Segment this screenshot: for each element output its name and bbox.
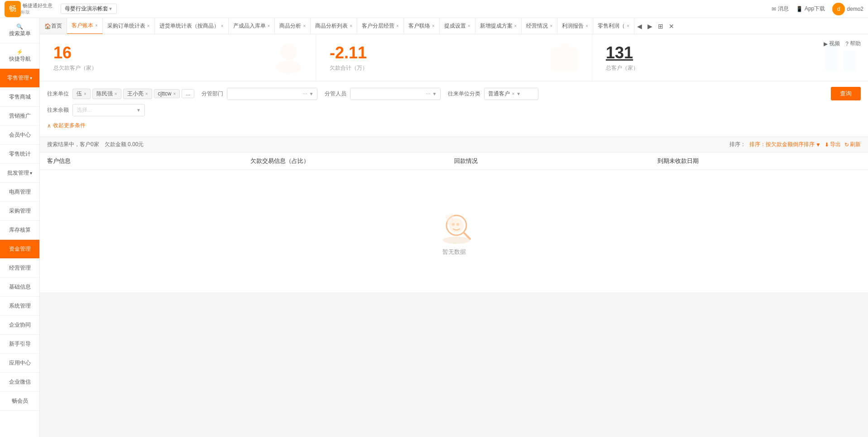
sidebar-label-search: 搜索菜单 <box>3 30 37 38</box>
tab-profit-report[interactable]: 利润报告 × <box>557 18 593 34</box>
refresh-button[interactable]: ↻ 刷新 <box>844 141 861 148</box>
sidebar-item-inventory[interactable]: 库存核算 <box>0 221 39 240</box>
sidebar-item-app-center[interactable]: 应用中心 <box>0 354 39 373</box>
tab-promotion-settings[interactable]: 提成设置 × <box>440 18 475 34</box>
empty-state: 暂无数据 <box>40 170 868 292</box>
sidebar-item-basic-info[interactable]: 基础信息 <box>0 278 39 297</box>
filter-tag-cjttcw-remove[interactable]: × <box>173 91 176 96</box>
sidebar-item-finance[interactable]: 资金管理 <box>0 240 39 259</box>
tab-close-purchase-orders[interactable]: × <box>147 24 150 28</box>
tab-close-purchase-stats[interactable]: × <box>221 24 224 28</box>
user-menu[interactable]: d demo2 <box>832 3 863 15</box>
filter-tags-units: 伍 × 陈民强 × 王小亮 × <box>72 89 194 99</box>
filter-category-remove[interactable]: × <box>512 91 514 96</box>
sidebar-item-retail-store[interactable]: 零售商城 <box>0 88 39 107</box>
tab-close-all-button[interactable]: ✕ <box>666 23 677 30</box>
sidebar: 🔍 搜索菜单 ⚡ 快捷导航 零售管理 ▾ 零售商城 营销推广 会员中心 零售统计 <box>0 18 40 437</box>
svg-rect-7 <box>828 48 832 52</box>
filter-tag-wu[interactable]: 伍 × <box>72 89 91 99</box>
sidebar-item-search[interactable]: 🔍 搜索菜单 <box>0 18 39 43</box>
tab-expand-button[interactable]: ⊞ <box>655 23 666 30</box>
tab-close-customer-account[interactable]: × <box>95 23 98 28</box>
tab-product-analysis[interactable]: 商品分析 × <box>275 18 311 34</box>
tab-close-production[interactable]: × <box>268 24 270 28</box>
sort-dropdown[interactable]: 排序：按欠款金额倒序排序 ▼ <box>749 141 821 148</box>
tab-customer-tier[interactable]: 客户分层经营 × <box>357 18 404 34</box>
tab-close-new-promotion[interactable]: × <box>514 24 517 28</box>
filter-tag-wu-remove[interactable]: × <box>84 91 86 96</box>
tab-close-product-analysis-list[interactable]: × <box>350 24 352 28</box>
search-icon: 🔍 <box>3 24 37 30</box>
filter-tag-wang[interactable]: 王小亮 × <box>123 89 152 99</box>
filter-balance-select[interactable]: 选择... ▼ <box>72 104 145 116</box>
tab-purchase-stats[interactable]: 进货单统计表（按商品） × <box>155 18 229 34</box>
tab-retail-profit[interactable]: 零售利润（ × <box>593 18 634 34</box>
sidebar-item-operations-mgmt[interactable]: 经营管理 <box>0 259 39 278</box>
data-table: 客户信息 欠款交易信息（占比） 回款情况 到期未收款日期 <box>40 152 868 292</box>
sidebar-item-wholesale-mgmt[interactable]: 批发管理 ▾ <box>0 164 39 183</box>
sidebar-item-purchase-mgmt[interactable]: 采购管理 <box>0 202 39 221</box>
filter-tag-cjttcw[interactable]: cjttcw × <box>154 89 180 98</box>
account-dropdown[interactable]: 母婴行业演示帐套 ▼ <box>61 4 117 14</box>
message-button[interactable]: ✉ 消息 <box>772 5 789 13</box>
filter-dept-select[interactable]: ··· ▼ <box>227 88 317 100</box>
svg-point-0 <box>280 43 297 60</box>
svg-rect-9 <box>833 48 836 52</box>
tab-close-product-analysis[interactable]: × <box>303 24 306 28</box>
tab-new-promotion[interactable]: 新增提成方案 × <box>475 18 522 34</box>
sidebar-label-marketing: 营销推广 <box>3 112 37 120</box>
export-button[interactable]: ⬇ 导出 <box>825 141 841 148</box>
sidebar-item-vip-member[interactable]: 畅会员 <box>0 392 39 411</box>
sidebar-item-retail-stats[interactable]: 零售统计 <box>0 145 39 164</box>
filter-label-dept: 分管部门 <box>201 90 223 98</box>
filter-tag-chen-remove[interactable]: × <box>115 91 117 96</box>
sidebar-item-system-mgmt[interactable]: 系统管理 <box>0 297 39 316</box>
tab-product-analysis-list[interactable]: 商品分析列表 × <box>311 18 357 34</box>
tab-customer-account[interactable]: 客户账本 × <box>67 18 103 34</box>
filter-label-staff: 分管人员 <box>325 90 346 98</box>
top-right-actions: ✉ 消息 📱 App下载 d demo2 <box>772 3 863 15</box>
filter-category-select[interactable]: 普通客户 × ▼ <box>484 88 538 100</box>
sidebar-label-inventory: 库存核算 <box>3 226 37 234</box>
tab-close-customer-tier[interactable]: × <box>396 24 399 28</box>
tab-close-promotion-settings[interactable]: × <box>468 24 470 28</box>
nav-icon: ⚡ <box>3 49 37 55</box>
tab-close-operations[interactable]: × <box>550 24 552 28</box>
sidebar-item-ecommerce[interactable]: 电商管理 <box>0 183 39 202</box>
filter-staff-select[interactable]: ··· ▼ <box>350 88 441 100</box>
main-content: ▶ 视频 ? 帮助 <box>40 34 868 437</box>
tab-purchase-stats-label: 进货单统计表（按商品） <box>159 22 219 30</box>
sidebar-item-member-center[interactable]: 会员中心 <box>0 126 39 145</box>
tab-close-customer-contact[interactable]: × <box>432 24 435 28</box>
collapse-button[interactable]: ∧ 收起更多条件 <box>47 122 861 129</box>
search-button[interactable]: 查询 <box>831 87 861 100</box>
tab-operations[interactable]: 经营情况 × <box>522 18 557 34</box>
logo-subtitle: 标版 <box>21 9 53 15</box>
stat-label-total-debtors: 总欠款客户（家） <box>53 64 97 72</box>
header-customer-info: 客户信息 <box>47 157 250 165</box>
tab-home[interactable]: 🏠 首页 <box>40 18 67 34</box>
filter-tag-wang-remove[interactable]: × <box>145 91 148 96</box>
sidebar-item-new-guide[interactable]: 新手引导 <box>0 335 39 354</box>
tab-customer-contact[interactable]: 客户联络 × <box>404 18 440 34</box>
stats-section: ▶ 视频 ? 帮助 <box>40 34 868 81</box>
tab-production[interactable]: 产成品入库单 × <box>229 18 275 34</box>
staff-more-icon[interactable]: ··· <box>426 90 430 97</box>
sidebar-item-enterprise-coop[interactable]: 企业协同 <box>0 316 39 335</box>
sidebar-item-enterprise-wechat[interactable]: 企业微信 <box>0 373 39 392</box>
filter-category-value: 普通客户 <box>488 90 510 98</box>
dept-more-icon[interactable]: ··· <box>302 90 307 97</box>
tab-close-profit-report[interactable]: × <box>585 24 588 28</box>
svg-point-1 <box>276 61 301 73</box>
sidebar-item-quick-nav[interactable]: ⚡ 快捷导航 <box>0 43 39 69</box>
filter-tag-more[interactable]: ... <box>182 89 194 98</box>
filter-tag-chen[interactable]: 陈民强 × <box>92 89 121 99</box>
tab-close-retail-profit[interactable]: × <box>627 24 629 28</box>
tab-next-button[interactable]: ▶ <box>645 23 655 30</box>
app-download-button[interactable]: 📱 App下载 <box>796 5 825 13</box>
sidebar-item-retail-mgmt[interactable]: 零售管理 ▾ <box>0 69 39 88</box>
tab-prev-button[interactable]: ◀ <box>634 23 645 30</box>
filter-category-tag[interactable]: 普通客户 × <box>488 90 514 98</box>
sidebar-item-marketing[interactable]: 营销推广 <box>0 107 39 126</box>
tab-purchase-orders[interactable]: 采购订单统计表 × <box>103 18 155 34</box>
